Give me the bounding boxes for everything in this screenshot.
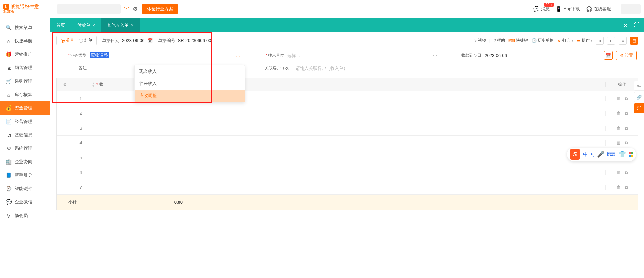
org-selector[interactable]: ﹀ ⚙	[57, 4, 138, 14]
nav-prev-button[interactable]: ◂	[596, 37, 604, 45]
ime-skin-icon[interactable]: 👕	[619, 151, 626, 158]
ime-lang[interactable]: 中	[583, 151, 588, 158]
sidebar-item-label: 企业微信	[15, 199, 32, 205]
doc-date-value[interactable]: 2023-06-06	[122, 38, 145, 43]
biz-type-select[interactable]: 应收调整 ︿	[90, 51, 242, 60]
ime-toolbox-icon[interactable]	[629, 152, 633, 157]
float-link-icon[interactable]: 🔗	[634, 92, 644, 102]
table-row[interactable]: 4🗑⧉	[57, 136, 638, 150]
delete-icon[interactable]: 🗑	[616, 96, 621, 101]
ellipsis-icon[interactable]: ⋯	[433, 53, 438, 58]
radio-red[interactable]: 红单	[79, 38, 92, 43]
close-icon[interactable]: ×	[92, 22, 95, 28]
sidebar-item-0[interactable]: 🔍搜索菜单	[0, 21, 50, 34]
due-date-input[interactable]	[485, 51, 552, 60]
doc-number-value: SR-20230606-00	[178, 38, 211, 43]
sidebar-item-label: 系统管理	[15, 145, 32, 151]
copy-icon[interactable]: ⧉	[625, 111, 628, 116]
help-action[interactable]: ?帮助	[494, 38, 505, 43]
settings-button[interactable]: ⚙设置	[616, 51, 637, 60]
table-row[interactable]: 2🗑⧉	[57, 106, 638, 121]
sidebar-item-8[interactable]: 🗂基础信息	[0, 128, 50, 142]
sidebar-item-13[interactable]: 💬企业微信	[0, 195, 50, 209]
main-area: 首页付款单×其他收入单× ✕ ⛶ 蓝单 红单 单据日期 2023-06-06 📅…	[50, 18, 644, 278]
float-expand-icon[interactable]: ⛶	[634, 103, 644, 113]
dropdown-option[interactable]: 应收调整	[135, 90, 245, 102]
sidebar-item-9[interactable]: ⚙系统管理	[0, 142, 50, 155]
party-field: *往来单位 ⋯	[255, 51, 439, 60]
copy-icon[interactable]: ⧉	[625, 96, 628, 101]
sidebar-item-6[interactable]: 💰资金管理	[0, 101, 50, 115]
radio-blue[interactable]: 蓝单	[61, 38, 74, 43]
due-calendar-button[interactable]: 📅	[604, 51, 613, 60]
customer-service-link[interactable]: 🎧 在线客服	[586, 6, 611, 12]
table-row[interactable]: 6🗑⧉	[57, 165, 638, 180]
delete-icon[interactable]: 🗑	[616, 126, 621, 131]
view-detail-button[interactable]: ▤	[630, 37, 638, 45]
tab-expand-icon[interactable]: ⛶	[632, 20, 641, 30]
delete-icon[interactable]: 🗑	[616, 185, 621, 190]
operations-action[interactable]: ☰操作▾	[577, 38, 592, 43]
dropdown-option[interactable]: 往来收入	[135, 78, 245, 90]
sidebar-item-4[interactable]: 🛒采购管理	[0, 75, 50, 88]
print-action[interactable]: 🖨打印▾	[557, 38, 573, 43]
view-list-button[interactable]: ≡	[619, 37, 627, 45]
ime-keyboard-icon[interactable]: ⌨	[607, 151, 616, 158]
delete-icon[interactable]: 🗑	[616, 111, 621, 116]
table-row[interactable]: 7🗑⧉	[57, 180, 638, 195]
delete-icon[interactable]: 🗑	[616, 170, 621, 175]
sidebar-item-12[interactable]: ⌚智能硬件	[0, 182, 50, 195]
sidebar-icon: 🛒	[6, 79, 11, 84]
sidebar-item-14[interactable]: V畅会员	[0, 209, 50, 222]
rel-customer-input[interactable]: ⋯	[296, 63, 439, 73]
ime-logo-icon[interactable]: S	[570, 149, 580, 160]
try-industry-button[interactable]: 体验行业方案	[142, 4, 178, 14]
party-input-el[interactable]	[287, 52, 439, 59]
tab-close-all-icon[interactable]: ✕	[621, 20, 630, 30]
gear-icon[interactable]: ⚙	[133, 6, 138, 12]
table-row[interactable]: 5🗑⧉	[57, 150, 638, 165]
sidebar-item-11[interactable]: 📘新手引导	[0, 169, 50, 182]
copy-icon[interactable]: ⧉	[625, 170, 628, 175]
nav-next-button[interactable]: ▸	[607, 37, 615, 45]
messages-link[interactable]: 💬 消息 99 +	[533, 6, 550, 12]
doc-toolbar: 蓝单 红单 单据日期 2023-06-06 📅 单据编号 SR-20230606…	[56, 32, 638, 47]
dropdown-option[interactable]: 现金收入	[135, 65, 245, 78]
tab-0[interactable]: 首页	[50, 18, 71, 32]
close-icon[interactable]: ×	[131, 22, 133, 28]
float-tag-icon[interactable]: 🏷	[634, 81, 644, 91]
rel-customer-field: 关联客户（收... ⋯	[255, 63, 439, 73]
sidebar-item-3[interactable]: 🛍销售管理	[0, 61, 50, 75]
sidebar-item-10[interactable]: 🏢企业协同	[0, 155, 50, 169]
video-action[interactable]: ▷视频	[474, 38, 486, 43]
tab-2[interactable]: 其他收入单×	[101, 18, 140, 32]
table-row[interactable]: 3🗑⧉	[57, 121, 638, 136]
ime-bar: S 中 •, 🎤 ⌨ 👕	[567, 148, 636, 161]
delete-icon[interactable]: 🗑	[616, 140, 621, 145]
tab-1[interactable]: 付款单×	[71, 18, 101, 32]
calendar-icon[interactable]: 📅	[147, 38, 153, 43]
ops-icon: ☰	[577, 38, 581, 43]
row-index: 3	[73, 126, 89, 131]
app-download-link[interactable]: 📱 App下载	[556, 6, 580, 12]
sidebar-icon: 💰	[6, 105, 11, 111]
copy-icon[interactable]: ⧉	[625, 185, 628, 190]
history-action[interactable]: 🕓历史单据	[531, 38, 554, 43]
ellipsis-icon[interactable]: ⋯	[433, 65, 438, 71]
sidebar-item-2[interactable]: 🎁营销推广	[0, 48, 50, 61]
ime-mic-icon[interactable]: 🎤	[597, 151, 604, 158]
due-date-value[interactable]	[485, 52, 552, 59]
rel-customer-input-el[interactable]	[296, 65, 439, 72]
sidebar-icon: ⌂	[6, 38, 11, 44]
copy-icon[interactable]: ⧉	[625, 140, 628, 146]
copy-icon[interactable]: ⧉	[625, 126, 628, 131]
sidebar-item-5[interactable]: ⌂库存核算	[0, 88, 50, 101]
sidebar-item-1[interactable]: ⌂快捷导航	[0, 34, 50, 48]
party-input[interactable]: ⋯	[287, 51, 439, 60]
tabs-right-controls: ✕ ⛶	[621, 18, 644, 32]
ime-punct-icon[interactable]: •,	[591, 151, 594, 158]
column-config-icon[interactable]: ⚙	[57, 82, 73, 87]
sidebar-item-7[interactable]: 📄经营管理	[0, 115, 50, 128]
avatar[interactable]	[621, 4, 641, 14]
shortcut-action[interactable]: ⌨快捷键	[508, 38, 528, 43]
